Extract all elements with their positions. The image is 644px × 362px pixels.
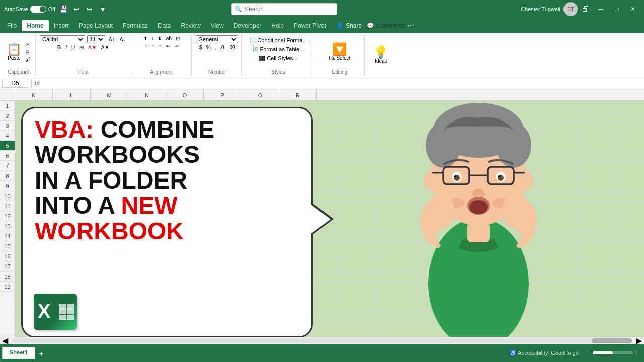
zoom-in-button[interactable]: + <box>635 350 638 356</box>
wrap-text-button[interactable]: ab <box>165 35 173 42</box>
share-button[interactable]: 👤 Share <box>331 20 367 31</box>
tab-data[interactable]: Data <box>153 20 176 31</box>
border-button[interactable]: ⊞ <box>78 44 85 51</box>
underline-button[interactable]: U <box>70 44 76 51</box>
scroll-thumb[interactable] <box>592 338 632 343</box>
excel-logo: X <box>33 293 78 330</box>
tab-insert[interactable]: Insert <box>49 20 74 31</box>
increase-decimal-button[interactable]: .0 <box>218 44 225 51</box>
tab-developer[interactable]: Developer <box>229 20 267 31</box>
sheet-tab-sheet1[interactable]: Sheet1 <box>2 347 35 359</box>
tab-home[interactable]: Home <box>22 20 48 31</box>
ribbon-group-number: General $ % , .0 .00 Number <box>193 34 242 76</box>
undo-icon[interactable]: ↩ <box>71 4 82 14</box>
tab-page-layout[interactable]: Page Layout <box>74 20 118 31</box>
fill-color-button[interactable]: A▼ <box>87 44 98 51</box>
ideas-button[interactable]: 💡 Ideas <box>372 35 390 75</box>
workspace: fx K L M N O P Q R <box>0 77 644 362</box>
autosum-button[interactable]: 🔽 t & Select <box>327 42 352 62</box>
search-bar[interactable]: 🔍 Search <box>231 3 337 15</box>
character-svg <box>393 89 564 344</box>
align-center-button[interactable]: ≡ <box>150 43 156 49</box>
ideas-icon: 💡 <box>373 46 388 58</box>
row-7: 7 <box>0 161 15 171</box>
col-header-n: N <box>128 89 166 100</box>
tab-formulas[interactable]: Formulas <box>118 20 153 31</box>
thumbnail-overlay: VBA: COMBINE WORKBOOKS IN A FOLDER INTO … <box>15 101 644 344</box>
cell-reference[interactable] <box>2 79 28 88</box>
minimize-button[interactable]: ─ <box>594 4 608 14</box>
paste-icon: 📋 <box>7 43 22 55</box>
comments-button[interactable]: 💬 Comments <box>367 22 406 29</box>
tab-review[interactable]: Review <box>176 20 205 31</box>
align-right-button[interactable]: ≡ <box>157 43 164 49</box>
font-size-select[interactable]: 11 <box>87 35 105 43</box>
format-painter-button[interactable]: 🖌 <box>24 56 32 63</box>
col-header-r: R <box>279 89 317 100</box>
add-sheet-button[interactable]: + <box>36 349 46 359</box>
quick-access-icon[interactable]: ▼ <box>98 4 108 14</box>
tab-power-pivot[interactable]: Power Pivot <box>289 20 331 31</box>
bold-button[interactable]: B <box>56 44 62 51</box>
excel-cell-4 <box>67 309 74 314</box>
svg-point-32 <box>516 219 524 232</box>
autosum-label: t & Select <box>329 55 350 61</box>
font-family-select[interactable]: Calibri <box>40 35 85 43</box>
align-bottom-button[interactable]: ⬇ <box>156 35 164 42</box>
save-icon[interactable]: 💾 <box>58 4 68 14</box>
copy-button[interactable]: ⎘ <box>24 49 32 55</box>
more-options-icon[interactable]: ⋯ <box>406 21 416 31</box>
col-header-m: M <box>91 89 128 100</box>
scroll-track[interactable] <box>12 338 632 343</box>
currency-button[interactable]: $ <box>198 44 204 51</box>
decrease-font-button[interactable]: A↓ <box>118 36 127 43</box>
format-as-table-button[interactable]: ⊞ Format as Table... <box>251 44 305 53</box>
ribbon-group-editing: 🔽 t & Select Editing <box>314 34 365 76</box>
tab-help[interactable]: Help <box>266 20 289 31</box>
formula-input[interactable] <box>42 79 642 87</box>
status-bar-info: ♿ Accessibility: Good to go <box>506 350 583 356</box>
align-left-button[interactable]: ≡ <box>143 43 149 49</box>
redo-icon[interactable]: ↪ <box>85 4 95 14</box>
horizontal-scrollbar[interactable]: ◀ ▶ <box>0 337 644 344</box>
align-top-button[interactable]: ⬆ <box>142 35 149 42</box>
merge-button[interactable]: ⊡ <box>174 35 181 42</box>
clipboard-label: Clipboard <box>8 68 30 75</box>
tab-file[interactable]: File <box>2 20 22 31</box>
ideas-label: Ideas <box>375 58 387 64</box>
ribbon-group-styles: ▤ Conditional Forma... ⊞ Format as Table… <box>243 34 313 76</box>
bubble-line5: WORKBOOK <box>35 219 299 244</box>
number-format-select[interactable]: General <box>196 35 238 43</box>
align-middle-button[interactable]: ↕ <box>150 35 155 42</box>
tab-view[interactable]: View <box>206 20 229 31</box>
search-placeholder: Search <box>245 6 264 13</box>
increase-font-button[interactable]: A↑ <box>107 36 116 43</box>
maximize-button[interactable]: □ <box>610 4 624 14</box>
zoom-out-button[interactable]: ─ <box>587 350 591 356</box>
decrease-indent-button[interactable]: ⇤ <box>165 43 172 49</box>
svg-point-20 <box>469 200 488 214</box>
font-color-button[interactable]: A▼ <box>100 44 111 51</box>
zoom-controls: ─ + <box>583 350 642 356</box>
ribbon-collapse-icon[interactable]: 🗗 <box>581 4 591 14</box>
col-header-p: P <box>204 89 242 100</box>
ribbon-tabs: File Home Insert Page Layout Formulas Da… <box>0 18 644 33</box>
increase-indent-button[interactable]: ⇥ <box>173 43 180 49</box>
cell-styles-button[interactable]: ▦ Cell Styles... <box>258 53 298 62</box>
autosave-toggle[interactable] <box>30 6 46 13</box>
percent-button[interactable]: % <box>205 44 212 51</box>
row-2: 2 <box>0 111 15 121</box>
decrease-decimal-button[interactable]: .00 <box>227 44 237 51</box>
bubble-line4: INTO A NEW <box>35 193 299 218</box>
filter-icon: 🔽 <box>332 43 347 55</box>
row-numbers: 1 2 3 4 5 6 7 8 9 10 11 12 13 14 <box>0 101 15 344</box>
cut-button[interactable]: ✂ <box>24 41 32 48</box>
italic-button[interactable]: I <box>64 44 68 51</box>
paste-button[interactable]: 📋 Paste <box>5 42 23 62</box>
zoom-slider[interactable] <box>593 351 633 354</box>
conditional-formatting-button[interactable]: ▤ Conditional Forma... <box>248 35 308 44</box>
styles-label: Styles <box>271 68 285 75</box>
row-8: 8 <box>0 171 15 181</box>
comma-button[interactable]: , <box>213 44 218 51</box>
close-button[interactable]: ✕ <box>626 4 640 14</box>
